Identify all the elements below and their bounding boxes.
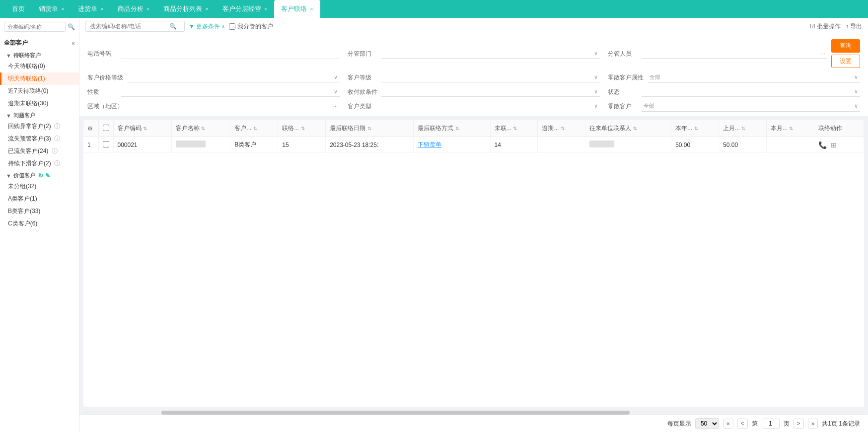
export-button[interactable]: ↑ 导出 [846,22,862,31]
sidebar-item-7days[interactable]: 近7天待联络(0) [0,85,79,97]
nav-product-analysis-list[interactable]: 商品分析列表 × [156,0,215,18]
dept-select[interactable]: ∨ [381,49,600,59]
col-action-header: 联络动作 [814,120,864,137]
nav-sales-order[interactable]: 销货单 × [32,0,71,18]
sidebar-item-class-b[interactable]: B类客户(33) [0,205,79,217]
last-page-button[interactable]: » [808,419,818,429]
settings-button[interactable]: 设置 [831,55,860,68]
cell-this-month [766,137,814,153]
select-all-checkbox[interactable] [103,125,109,131]
checkbox-icon: ☑ [810,23,815,30]
filter-row-payment: 收付款条件 ∨ [348,87,600,97]
nav-purchase-order[interactable]: 进货单 × [71,0,110,18]
phone-action-icon[interactable]: 📞 [818,141,827,149]
sort-icon[interactable]: ⇅ [301,126,305,131]
sort-icon[interactable]: ⇅ [561,126,565,131]
total-records: 共1页 1条记录 [822,420,860,428]
sidebar-item-declining[interactable]: 持续下滑客户(2) ⓘ [0,157,79,170]
sidebar-collapse-icon[interactable]: « [72,40,75,47]
sort-icon[interactable]: ⇅ [789,126,793,131]
cell-action: 📞 ⊞ [814,137,864,153]
col-last-method-header: 最后联络方式 ⇅ [414,120,490,137]
sort-icon[interactable]: ⇅ [513,126,517,131]
gear-icon[interactable]: ⚙ [87,125,93,132]
sort-icon[interactable]: ⇅ [633,126,637,131]
retail-attr-select[interactable]: 全部∨ [648,72,860,83]
horizontal-scrollbar[interactable] [83,411,864,415]
nav-close-icon[interactable]: × [100,6,103,12]
sidebar-item-churn-warning[interactable]: 流失预警客户(3) ⓘ [0,133,79,145]
refresh-icon[interactable]: ↻ [38,172,43,179]
edit-icon[interactable]: ✎ [45,172,50,179]
cell-overdue [538,137,585,153]
nav-close-icon[interactable]: × [146,6,149,12]
main-layout: 🔍 全部客户 « ▼ 待联络客户 今天待联络(0) 明天待联络(1) 近7天待联… [0,18,868,432]
retail-cust-select[interactable]: 全部∨ [642,101,860,112]
col-checkbox[interactable] [98,120,113,137]
next-page-button[interactable]: > [794,419,804,429]
nature-select[interactable]: ∨ [121,87,340,97]
sidebar-item-class-a[interactable]: A类客户(1) [0,193,79,205]
sidebar-item-today[interactable]: 今天待联络(0) [0,60,79,72]
manager-select[interactable]: ··· [642,49,827,59]
sidebar-item-abnormal[interactable]: 回购异常客户(2) ⓘ [0,120,79,133]
nav-close-icon[interactable]: × [61,6,64,12]
sort-icon[interactable]: ⇅ [455,126,459,131]
prev-page-button[interactable]: < [737,419,748,429]
nav-close-icon[interactable]: × [310,6,313,12]
cell-no-contact: 14 [490,137,538,153]
manager-label: 分管人员 [608,50,638,58]
sort-icon[interactable]: ⇅ [694,126,698,131]
nav-customer-tiers[interactable]: 客户分层经营 × [216,0,274,18]
first-page-button[interactable]: « [723,419,733,429]
scrollbar-thumb[interactable] [161,411,630,415]
filter-row-value-level: 客户价格等级 ∨ [87,72,340,83]
sidebar-item-class-c[interactable]: C类客户(6) [0,217,79,230]
sort-icon[interactable]: ⇅ [253,126,257,131]
sidebar-search-icon[interactable]: 🔍 [68,23,75,30]
payment-select[interactable]: ∨ [381,87,600,97]
sort-icon[interactable]: ⇅ [367,126,371,131]
my-customers-checkbox-area[interactable]: 我分管的客户 [229,22,273,31]
sidebar-all-customers[interactable]: 全部客户 « [0,36,79,50]
cell-last-method[interactable]: 下销货单 [414,137,490,153]
sort-icon[interactable]: ⇅ [201,126,205,131]
page-size-select[interactable]: 50 [695,418,719,429]
nav-product-analysis[interactable]: 商品分析 × [111,0,156,18]
data-table-container: ⚙ 客户编码 ⇅ 客户名称 ⇅ [83,120,864,407]
search-input[interactable] [90,23,169,30]
advanced-filter-panel: 电话号码 分管部门 ∨ 分管人员 ··· 查询 设置 [79,35,868,116]
status-select[interactable]: ∨ [642,87,860,97]
page-number-input[interactable] [762,419,780,429]
row-checkbox[interactable] [103,141,109,147]
cell-checkbox[interactable] [98,137,113,153]
sidebar-item-ungroup[interactable]: 未分组(32) [0,180,79,193]
nav-close-icon[interactable]: × [264,6,267,12]
col-last-date-header: 最后联络日期 ⇅ [326,120,414,137]
grid-action-icon[interactable]: ⊞ [831,141,837,149]
cell-this-year: 50.00 [671,137,719,153]
nav-customer-contact[interactable]: 客户联络 × [274,0,320,18]
filter-right-actions: ☑ 批量操作 ↑ 导出 [810,22,862,31]
sidebar-item-lost[interactable]: 已流失客户(24) ⓘ [0,145,79,157]
my-customers-checkbox[interactable] [229,23,235,30]
nav-close-icon[interactable]: × [205,6,208,12]
filter-bar: 🔍 ▼ 更多条件 ∧ 我分管的客户 ☑ 批量操作 ↑ 导出 [79,18,868,35]
sidebar-search-input[interactable] [4,22,66,32]
col-gear[interactable]: ⚙ [83,120,98,137]
sidebar-item-tomorrow[interactable]: 明天待联络(1) [0,72,79,85]
batch-operation-button[interactable]: ☑ 批量操作 [810,22,841,31]
nav-home[interactable]: 首页 [5,0,32,18]
phone-input[interactable] [121,49,340,59]
sort-icon[interactable]: ⇅ [741,126,745,131]
sidebar-item-overdue[interactable]: 逾期未联络(30) [0,97,79,110]
search-icon[interactable]: 🔍 [169,23,177,30]
value-level-select[interactable]: ∨ [127,72,340,82]
region-select[interactable]: ··· [127,102,340,111]
cust-type-select[interactable]: ∨ [381,101,600,111]
status-label: 状态 [608,88,638,96]
more-conditions-button[interactable]: ▼ 更多条件 ∧ [189,22,225,31]
sort-icon[interactable]: ⇅ [143,126,147,131]
query-button[interactable]: 查询 [831,39,860,53]
cust-level-select[interactable]: ∨ [381,72,600,82]
